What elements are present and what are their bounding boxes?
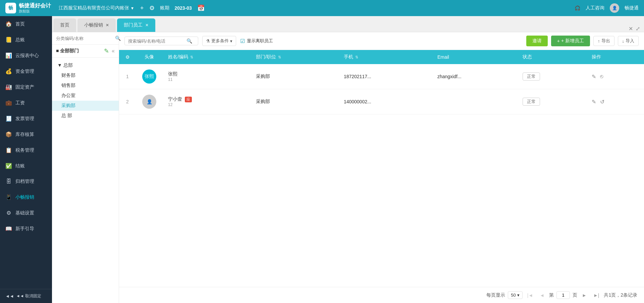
employee-search: 🔍 bbox=[124, 37, 198, 45]
collapse-icon[interactable]: « bbox=[112, 48, 115, 54]
dept-node-office[interactable]: 办公室 bbox=[52, 91, 119, 101]
avatar: 👤 bbox=[610, 3, 619, 13]
dept-edit-icon[interactable]: ✎ bbox=[104, 47, 109, 55]
sidebar-item-salary[interactable]: 💼 工资 bbox=[0, 95, 52, 111]
prev-page-button[interactable]: ◄ bbox=[538, 292, 546, 299]
first-page-button[interactable]: |◄ bbox=[525, 292, 535, 299]
sidebar-label-tax: 税务管理 bbox=[15, 147, 34, 153]
chevron-down-icon: ▾ bbox=[230, 39, 232, 44]
sidebar-item-closing[interactable]: ✅ 结账 bbox=[0, 158, 52, 174]
pagination: 每页显示 50 ▾ |◄ ◄ 第 页 ► ►| 共1页，2条记录 bbox=[119, 287, 644, 303]
sidebar-label-guide: 新手引导 bbox=[15, 226, 34, 232]
tab-department[interactable]: 部门员工 ✕ bbox=[117, 18, 155, 32]
tab-expense[interactable]: 小畅报销 ✕ bbox=[77, 18, 116, 32]
calendar-icon[interactable]: 📅 bbox=[197, 4, 205, 12]
edit-icon[interactable]: ✎ bbox=[592, 99, 596, 105]
table-row: 2 👤 宁小壹 应 bbox=[119, 89, 644, 114]
page-unit: 页 bbox=[573, 292, 577, 298]
category-search: 🔍 bbox=[52, 32, 119, 45]
action-cell: ✎ ↺ bbox=[586, 89, 644, 114]
dept-cell: 采购部 bbox=[251, 89, 338, 114]
add-employee-label: + 新增员工 bbox=[561, 38, 584, 44]
sidebar-item-home[interactable]: 🏠 首页 bbox=[0, 16, 52, 32]
support-label[interactable]: 人工咨询 bbox=[586, 5, 604, 11]
last-page-button[interactable]: ►| bbox=[591, 292, 601, 299]
table-body: 1 张熙 张熙 11 采购部 bbox=[119, 64, 644, 114]
edit-icon[interactable]: ✎ bbox=[592, 73, 596, 80]
chevron-down-icon: ▾ bbox=[517, 293, 520, 298]
sidebar-label-salary: 工资 bbox=[15, 100, 25, 106]
period-value: 2023-03 bbox=[175, 5, 192, 11]
header-right: 🎧 人工咨询 👤 畅捷通 bbox=[575, 3, 639, 13]
sidebar-item-finance[interactable]: 💰 资金管理 bbox=[0, 63, 52, 79]
dept-label-sales: 销售部 bbox=[61, 83, 75, 88]
col-phone[interactable]: 手机 ⇅ bbox=[338, 50, 432, 64]
employee-search-input[interactable] bbox=[128, 39, 184, 44]
sidebar-item-expense[interactable]: 📱 小畅报销 bbox=[0, 189, 52, 205]
sidebar-label-expense: 小畅报销 bbox=[15, 194, 34, 200]
pin-toggle[interactable]: ◄◄ ◄◄ 取消固定 bbox=[0, 289, 52, 303]
sidebar-item-invoice[interactable]: 🧾 发票管理 bbox=[0, 111, 52, 127]
archive-icon: 🗄 bbox=[5, 179, 12, 185]
settings-icon[interactable]: ⚙ bbox=[149, 4, 155, 12]
sidebar-label-settings: 基础设置 bbox=[15, 210, 34, 216]
sidebar-item-guide[interactable]: 📖 新手引导 bbox=[0, 221, 52, 237]
top-header: 畅 畅捷通好会计 旗舰版 江西服宝精品有限责任公司内账张 ▾ + ⚙ 账期 20… bbox=[0, 0, 644, 16]
sidebar-item-ledger[interactable]: 📒 总账 bbox=[0, 32, 52, 48]
phone-cell: 187202117... bbox=[338, 64, 432, 89]
dept-node-general[interactable]: ▼ 总部 bbox=[52, 60, 119, 70]
more-filter-button[interactable]: ⚗ 更多条件 ▾ bbox=[202, 36, 236, 46]
dept-node-hq[interactable]: 总 部 bbox=[52, 111, 119, 121]
close-icon[interactable]: ✕ bbox=[145, 23, 149, 28]
sidebar-item-assets[interactable]: 🏭 固定资产 bbox=[0, 79, 52, 95]
per-page-value: 50 bbox=[511, 293, 516, 298]
next-page-button[interactable]: ► bbox=[580, 292, 589, 299]
settings-nav-icon: ⚙ bbox=[5, 210, 12, 216]
ledger-icon: 📒 bbox=[5, 37, 12, 43]
logout-icon[interactable]: ⎋ bbox=[600, 73, 603, 80]
search-icon[interactable]: 🔍 bbox=[186, 38, 192, 44]
sidebar-item-reports[interactable]: 📊 云报表中心 bbox=[0, 48, 52, 63]
sidebar-item-tax[interactable]: 📋 税务管理 bbox=[0, 142, 52, 158]
per-page-select[interactable]: 50 ▾ bbox=[508, 291, 522, 299]
all-dept-label[interactable]: ■ 全部部门 bbox=[56, 48, 79, 54]
show-resigned-toggle[interactable]: ☑ 显示离职员工 bbox=[240, 38, 273, 44]
col-name[interactable]: 姓名/编码 ⇅ bbox=[163, 50, 251, 64]
status-badge: 正常 bbox=[523, 72, 540, 81]
period-label: 账期 bbox=[160, 5, 169, 11]
close-window-icon[interactable]: ✕ bbox=[629, 26, 633, 32]
close-icon[interactable]: ✕ bbox=[106, 23, 109, 28]
logo-icon: 畅 bbox=[5, 3, 16, 13]
dept-node-sales[interactable]: 销售部 bbox=[52, 81, 119, 91]
col-dept[interactable]: 部门/职位 ⇅ bbox=[251, 50, 338, 64]
col-action: 操作 bbox=[586, 50, 644, 64]
email-cell bbox=[432, 89, 517, 114]
avatar-cell: 张熙 bbox=[136, 64, 163, 89]
sidebar-label-archive: 归档管理 bbox=[15, 179, 34, 185]
import-button[interactable]: ↓ 导入 bbox=[618, 36, 639, 46]
company-selector[interactable]: 江西服宝精品有限责任公司内账张 ▾ bbox=[59, 5, 133, 11]
reset-icon[interactable]: ↺ bbox=[600, 99, 604, 105]
expand-icon[interactable]: ⤢ bbox=[636, 26, 640, 32]
avatar: 👤 bbox=[142, 95, 156, 109]
sidebar-item-inventory[interactable]: 📦 库存核算 bbox=[0, 127, 52, 142]
salary-icon: 💼 bbox=[5, 100, 12, 106]
export-label: 导出 bbox=[601, 38, 610, 44]
col-settings[interactable]: ⚙ bbox=[119, 50, 136, 64]
logo-main-text: 畅捷通好会计 bbox=[19, 2, 51, 9]
add-employee-button[interactable]: + + 新增员工 bbox=[551, 36, 590, 46]
dept-node-finance[interactable]: 财务部 bbox=[52, 70, 119, 81]
sidebar-item-archive[interactable]: 🗄 归档管理 bbox=[0, 174, 52, 189]
dept-node-purchasing[interactable]: 采购部 bbox=[52, 101, 119, 111]
tab-expense-label: 小畅报销 bbox=[84, 22, 103, 28]
dept-label-purchasing: 采购部 bbox=[61, 103, 75, 108]
sidebar-item-settings[interactable]: ⚙ 基础设置 bbox=[0, 205, 52, 221]
tab-home[interactable]: 首页 bbox=[53, 18, 76, 32]
logo-area: 畅 畅捷通好会计 旗舰版 bbox=[5, 2, 57, 14]
tag-badge: 应 bbox=[185, 97, 192, 102]
add-icon[interactable]: + bbox=[140, 5, 144, 12]
export-button[interactable]: ↑ 导出 bbox=[593, 36, 614, 46]
invite-button[interactable]: 邀请 bbox=[526, 36, 548, 46]
page-input[interactable] bbox=[556, 291, 570, 299]
category-search-input[interactable] bbox=[56, 36, 112, 41]
